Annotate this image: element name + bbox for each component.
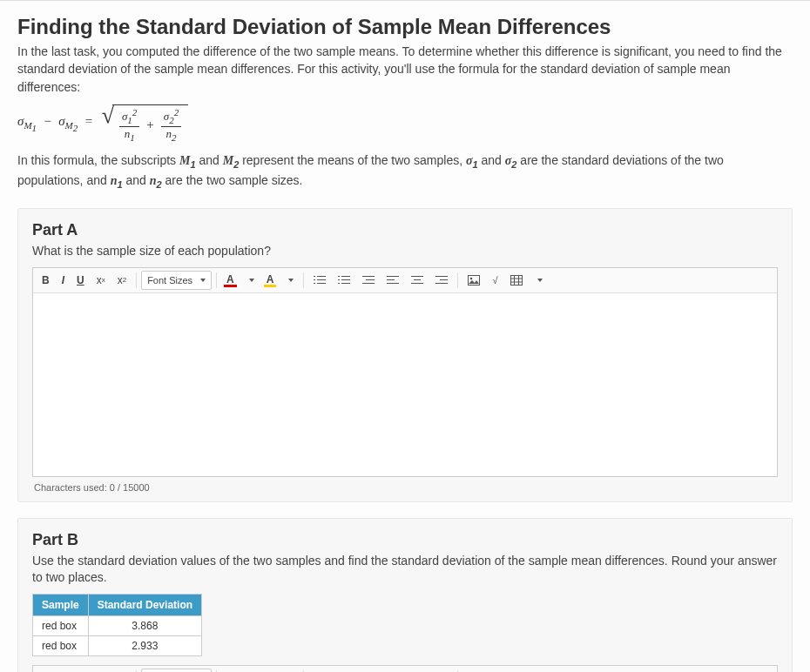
superscript-button[interactable]: xx bbox=[91, 669, 111, 672]
editor-textarea[interactable] bbox=[33, 293, 777, 476]
svg-rect-2 bbox=[510, 275, 522, 285]
char-count-label: Characters used: 0 / 15000 bbox=[34, 482, 776, 493]
bg-color-caret[interactable] bbox=[280, 271, 299, 290]
number-list-button[interactable] bbox=[333, 669, 355, 672]
page-title: Finding the Standard Deviation of Sample… bbox=[17, 15, 793, 39]
font-size-select[interactable]: Font Sizes bbox=[141, 271, 212, 290]
bullet-list-button[interactable] bbox=[308, 669, 331, 672]
text-color-button[interactable]: A bbox=[221, 271, 240, 290]
italic-button[interactable]: I bbox=[57, 271, 70, 290]
part-a-prompt: What is the sample size of each populati… bbox=[32, 243, 778, 260]
font-size-select[interactable]: Font Sizes bbox=[141, 669, 212, 672]
equation-icon[interactable]: √ bbox=[487, 271, 503, 290]
part-a-box: Part A What is the sample size of each p… bbox=[17, 208, 793, 502]
underline-button[interactable]: U bbox=[71, 669, 90, 672]
text-color-caret[interactable] bbox=[241, 271, 260, 290]
formula-explain: In this formula, the subscripts M1 and M… bbox=[17, 151, 793, 192]
table-row: red box 2.933 bbox=[33, 635, 202, 655]
th-sd: Standard Deviation bbox=[88, 594, 201, 615]
svg-point-1 bbox=[470, 277, 473, 279]
equation-icon[interactable]: √ bbox=[487, 669, 503, 672]
image-icon[interactable] bbox=[462, 271, 485, 290]
italic-button[interactable]: I bbox=[57, 669, 70, 672]
underline-button[interactable]: U bbox=[71, 271, 90, 290]
bg-color-button[interactable]: A bbox=[261, 271, 280, 290]
bullet-list-button[interactable] bbox=[308, 271, 331, 290]
align-left-button[interactable] bbox=[381, 669, 404, 672]
align-center-button[interactable] bbox=[406, 669, 429, 672]
bg-color-button[interactable]: A bbox=[261, 669, 280, 672]
image-icon[interactable] bbox=[462, 669, 485, 672]
subscript-button[interactable]: x2 bbox=[112, 271, 132, 290]
part-a-title: Part A bbox=[32, 221, 778, 239]
intro-paragraph: In the last task, you computed the diffe… bbox=[17, 43, 793, 96]
table-caret[interactable] bbox=[530, 271, 548, 290]
table-row: red box 3.868 bbox=[33, 615, 202, 635]
table-icon[interactable] bbox=[505, 669, 528, 672]
indent-button[interactable] bbox=[357, 669, 380, 672]
bold-button[interactable]: B bbox=[37, 669, 55, 672]
align-left-button[interactable] bbox=[381, 271, 404, 290]
formula: σM1 − σM2 = √ σ12 n1 + σ22 n2 bbox=[17, 104, 793, 143]
indent-button[interactable] bbox=[357, 271, 380, 290]
editor-toolbar: B I U xx x2 Font Sizes A A √ bbox=[33, 268, 777, 293]
part-b-title: Part B bbox=[32, 531, 778, 549]
align-center-button[interactable] bbox=[406, 271, 429, 290]
table-icon[interactable] bbox=[505, 271, 528, 290]
rich-text-editor: B I U xx x2 Font Sizes A A √ bbox=[32, 267, 778, 477]
sd-table: Sample Standard Deviation red box 3.868 … bbox=[32, 594, 202, 656]
text-color-button[interactable]: A bbox=[221, 669, 240, 672]
part-b-editor-cut: B I U xx x2 Font Sizes A A √ bbox=[32, 665, 778, 672]
chevron-down-icon bbox=[200, 279, 206, 282]
part-b-box: Part B Use the standard deviation values… bbox=[17, 518, 793, 672]
th-sample: Sample bbox=[33, 594, 89, 615]
bold-button[interactable]: B bbox=[37, 271, 55, 290]
subscript-button[interactable]: x2 bbox=[112, 669, 132, 672]
align-right-button[interactable] bbox=[430, 669, 453, 672]
superscript-button[interactable]: xx bbox=[91, 271, 111, 290]
number-list-button[interactable] bbox=[333, 271, 355, 290]
part-b-prompt: Use the standard deviation values of the… bbox=[32, 553, 778, 587]
align-right-button[interactable] bbox=[430, 271, 453, 290]
